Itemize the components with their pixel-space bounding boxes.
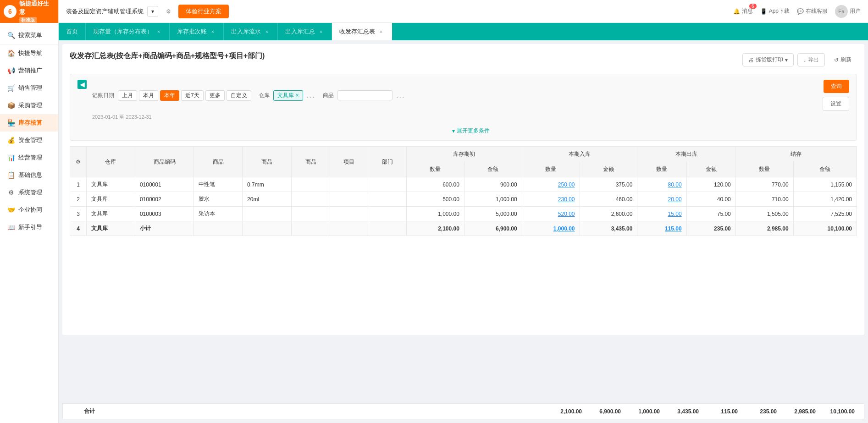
subtotal-opening-qty: 2,100.00 bbox=[407, 221, 464, 236]
date-btn-7days[interactable]: 近7天 bbox=[181, 90, 204, 101]
row-goods-spec bbox=[243, 207, 292, 221]
date-btn-last-month[interactable]: 上月 bbox=[118, 90, 137, 101]
main-content: 装备及固定资产辅助管理系统 ▾ ⚙ 体验行业方案 🔔 消息 6 📱 App下载 bbox=[59, 0, 868, 423]
filter-warehouse: 仓库 文具库 × ... bbox=[259, 90, 315, 101]
total-footer: 合计 2,100.00 6,900.00 1,000.00 3,435.00 1… bbox=[62, 403, 864, 419]
sidebar-item-marketing[interactable]: 📢 营销推广 bbox=[0, 62, 58, 79]
query-button[interactable]: 查询 bbox=[824, 80, 849, 93]
sidebar-item-purchase[interactable]: 📦 采购管理 bbox=[0, 97, 58, 114]
table-header-top: ⚙ 仓库 商品编码 商品 商品 商品 项目 部门 库存期初 本期入库 本期出库 … bbox=[70, 147, 857, 162]
th-out-amt: 金额 bbox=[686, 162, 735, 177]
subtotal-empty3 bbox=[292, 221, 330, 236]
date-btn-this-year[interactable]: 本年 bbox=[160, 90, 179, 101]
sidebar-item-quick-nav[interactable]: 🏠 快捷导航 bbox=[0, 44, 58, 62]
sidebar-item-operation[interactable]: 📊 经营管理 bbox=[0, 149, 58, 166]
row-department bbox=[368, 192, 407, 207]
online-service-item[interactable]: 💬 在线客服 bbox=[797, 7, 828, 15]
expand-button[interactable]: ▾ 展开更多条件 bbox=[452, 127, 490, 135]
th-outbound-group: 本期出库 bbox=[637, 147, 735, 162]
warehouse-more[interactable]: ... bbox=[307, 91, 315, 99]
sidebar-item-finance[interactable]: 💰 资金管理 bbox=[0, 132, 58, 149]
row-out-qty[interactable]: 20.00 bbox=[637, 192, 686, 207]
tab-recv-send[interactable]: 收发存汇总表 × bbox=[332, 23, 392, 40]
row-out-amt: 40.00 bbox=[686, 192, 735, 207]
total-out-qty: 115.00 bbox=[703, 408, 742, 415]
notification-badge: 6 bbox=[749, 4, 757, 9]
sidebar-item-system[interactable]: ⚙ 系统管理 bbox=[0, 184, 58, 201]
tab-inventory-dist[interactable]: 现存量（库存分布表） × bbox=[86, 23, 170, 40]
th-inbound-group: 本期入库 bbox=[522, 147, 637, 162]
row-in-qty[interactable]: 520.00 bbox=[522, 207, 580, 221]
notification-item[interactable]: 🔔 消息 6 bbox=[733, 7, 753, 15]
subtotal-out-qty[interactable]: 115.00 bbox=[637, 221, 686, 236]
app-download-item[interactable]: 📱 App下载 bbox=[760, 7, 790, 15]
subtotal-label: 小计 bbox=[135, 221, 194, 236]
row-in-qty[interactable]: 230.00 bbox=[522, 192, 580, 207]
sidebar-item-enterprise[interactable]: 🤝 企业协同 bbox=[0, 201, 58, 219]
sidebar-header: 6 畅捷通好生意 标准版 bbox=[0, 0, 58, 23]
date-btn-more[interactable]: 更多 bbox=[205, 90, 225, 101]
total-opening-qty: 2,100.00 bbox=[547, 408, 586, 415]
th-opening-group: 库存期初 bbox=[407, 147, 522, 162]
total-opening-amt: 6,900.00 bbox=[586, 408, 625, 415]
date-buttons: 上月 本月 本年 近7天 更多 自定义 bbox=[118, 90, 251, 101]
bell-icon: 🔔 bbox=[733, 8, 740, 15]
row-goods-code: 0100003 bbox=[135, 207, 194, 221]
tab-home[interactable]: 首页 bbox=[59, 23, 86, 40]
row-opening-amt: 1,000.00 bbox=[464, 192, 522, 207]
subtotal-in-amt: 3,435.00 bbox=[580, 221, 637, 236]
date-range-display: 2023-01-01 至 2023-12-31 bbox=[92, 114, 152, 121]
subtotal-in-qty[interactable]: 1,000.00 bbox=[522, 221, 580, 236]
user-item[interactable]: Ea 用户 bbox=[835, 5, 861, 18]
print-icon: 🖨 bbox=[748, 57, 754, 63]
tab-close-io-flow[interactable]: × bbox=[264, 28, 270, 35]
row-goods-unit bbox=[292, 192, 330, 207]
row-goods-unit bbox=[292, 177, 330, 192]
row-out-qty[interactable]: 80.00 bbox=[637, 177, 686, 192]
tab-batch-account[interactable]: 库存批次账 × bbox=[170, 23, 224, 40]
tab-close-inventory-dist[interactable]: × bbox=[155, 28, 162, 35]
date-btn-custom[interactable]: 自定义 bbox=[227, 90, 251, 101]
warehouse-tag: 文具库 × bbox=[273, 90, 303, 101]
print-button[interactable]: 🖨 拣货版打印 ▾ bbox=[742, 53, 794, 66]
sidebar-item-basic[interactable]: 📋 基础信息 bbox=[0, 166, 58, 184]
th-in-amt: 金额 bbox=[580, 162, 637, 177]
tab-close-batch-account[interactable]: × bbox=[210, 28, 216, 35]
tab-io-flow[interactable]: 出入库流水 × bbox=[224, 23, 278, 40]
subtotal-empty4 bbox=[330, 221, 368, 236]
system-dropdown[interactable]: ▾ bbox=[147, 6, 158, 17]
collapse-arrow[interactable]: ◀ bbox=[77, 80, 87, 89]
top-bar: 装备及固定资产辅助管理系统 ▾ ⚙ 体验行业方案 🔔 消息 6 📱 App下载 bbox=[59, 0, 868, 23]
goods-filter-label: 商品 bbox=[323, 92, 334, 99]
row-out-qty[interactable]: 15.00 bbox=[637, 207, 686, 221]
export-button[interactable]: ↓ 导出 bbox=[797, 53, 825, 66]
goods-more[interactable]: ... bbox=[396, 91, 405, 99]
sidebar-item-sales[interactable]: 🛒 销售管理 bbox=[0, 79, 58, 97]
sidebar-item-search[interactable]: 🔍 搜索菜单 bbox=[0, 27, 58, 44]
tab-io-summary[interactable]: 出入库汇总 × bbox=[278, 23, 332, 40]
tab-close-recv-send[interactable]: × bbox=[378, 28, 384, 35]
th-close-amt: 金额 bbox=[793, 162, 857, 177]
row-in-qty[interactable]: 250.00 bbox=[522, 177, 580, 192]
date-btn-this-month[interactable]: 本月 bbox=[139, 90, 158, 101]
sidebar-nav: 🔍 搜索菜单 🏠 快捷导航 📢 营销推广 🛒 销售管理 📦 采购管理 🏪 bbox=[0, 23, 58, 423]
app-logo: 6 bbox=[4, 5, 17, 18]
th-in-qty: 数量 bbox=[522, 162, 580, 177]
gear-settings[interactable]: ⚙ bbox=[162, 5, 175, 18]
search-icon: 🔍 bbox=[7, 32, 15, 39]
refresh-button[interactable]: ↺ 刷新 bbox=[829, 54, 857, 66]
trial-button[interactable]: 体验行业方案 bbox=[178, 5, 229, 18]
warehouse-tag-remove[interactable]: × bbox=[296, 92, 299, 99]
row-warehouse: 文具库 bbox=[87, 207, 135, 221]
row-out-amt: 120.00 bbox=[686, 177, 735, 192]
sidebar-item-guide[interactable]: 📖 新手引导 bbox=[0, 219, 58, 236]
enterprise-icon: 🤝 bbox=[7, 206, 15, 214]
th-settings[interactable]: ⚙ bbox=[70, 147, 87, 177]
goods-filter-input[interactable] bbox=[337, 90, 393, 100]
set-button[interactable]: 设置 bbox=[823, 97, 849, 111]
sidebar-item-inventory[interactable]: 🏪 库存核算 bbox=[0, 114, 58, 132]
row-opening-amt: 900.00 bbox=[464, 177, 522, 192]
subtotal-out-amt: 235.00 bbox=[686, 221, 735, 236]
row-goods-code: 0100002 bbox=[135, 192, 194, 207]
tab-close-io-summary[interactable]: × bbox=[318, 28, 324, 35]
